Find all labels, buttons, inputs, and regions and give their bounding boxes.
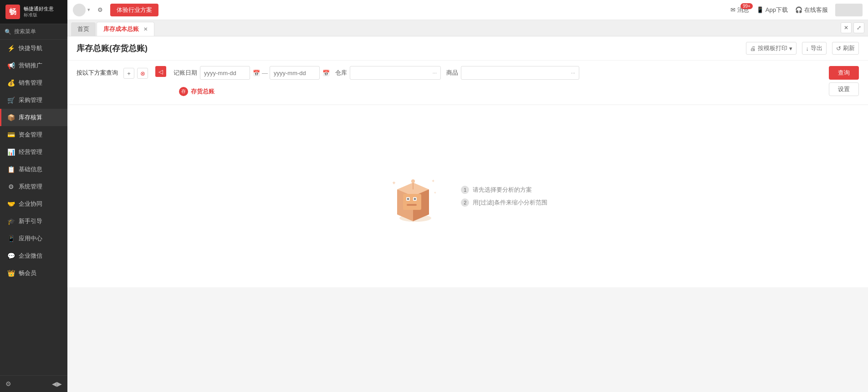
collapse-icon[interactable]: ◀▶ bbox=[52, 380, 62, 387]
svg-rect-5 bbox=[403, 194, 421, 210]
print-dropdown-icon: ▾ bbox=[789, 45, 792, 52]
topbar-settings-icon[interactable]: ⚙ bbox=[94, 4, 107, 16]
collapse-filter-button[interactable]: ◁ bbox=[155, 66, 166, 77]
sidebar-nav: ⚡ 快捷导航 📢 营销推广 💰 销售管理 🛒 采购管理 📦 库存核算 💳 资金管… bbox=[0, 40, 67, 375]
svg-text:✦: ✦ bbox=[431, 178, 435, 183]
sidebar-item-label: 快捷导航 bbox=[19, 44, 42, 52]
sidebar-item-sales[interactable]: 💰 销售管理 bbox=[0, 74, 67, 92]
scheme-icon: 存 bbox=[179, 87, 188, 96]
page-header: 库存总账(存货总账) 🖨 按模板打印 ▾ ↓ 导出 ↺ 刷新 bbox=[67, 36, 868, 61]
trial-button[interactable]: 体验行业方案 bbox=[110, 4, 158, 16]
sidebar-item-quick-nav[interactable]: ⚡ 快捷导航 bbox=[0, 40, 67, 57]
hint-text-1: 请先选择要分析的方案 bbox=[473, 186, 532, 194]
message-badge: 99+ bbox=[740, 3, 753, 9]
app-badge: 标准版 bbox=[24, 12, 54, 18]
empty-content: ✦ ✦ ✦ 1 请先选择要分析的方案 2 用[过滤]条件来缩小分析范围 bbox=[388, 169, 547, 224]
search-button[interactable]: 查询 bbox=[829, 66, 859, 80]
empty-svg: ✦ ✦ ✦ bbox=[388, 169, 443, 224]
sidebar-item-app-center[interactable]: 📱 应用中心 bbox=[0, 230, 67, 247]
svg-point-12 bbox=[411, 179, 415, 183]
sidebar-item-wechat[interactable]: 💬 企业微信 bbox=[0, 247, 67, 265]
sidebar: 畅 畅捷通好生意 标准版 🔍 搜索菜单 ⚡ 快捷导航 📢 营销推广 💰 销售管理… bbox=[0, 0, 67, 392]
app-download-item[interactable]: 📱 App下载 bbox=[756, 6, 788, 14]
goods-label: 商品 bbox=[446, 69, 458, 77]
filter-settings-button[interactable]: 设置 bbox=[829, 82, 859, 96]
empty-hint-1: 1 请先选择要分析的方案 bbox=[461, 186, 547, 194]
sidebar-item-label: 企业协同 bbox=[19, 200, 42, 208]
sidebar-item-label: 基础信息 bbox=[19, 165, 42, 173]
topbar-user-area[interactable]: ▾ bbox=[73, 4, 90, 16]
app-center-icon: 📱 bbox=[7, 235, 15, 242]
sidebar-item-operations[interactable]: 📊 经营管理 bbox=[0, 143, 67, 161]
tabbar-right: ✕ ⤢ bbox=[841, 22, 864, 33]
sidebar-item-marketing[interactable]: 📢 营销推广 bbox=[0, 57, 67, 74]
tab-close-btn[interactable]: ✕ bbox=[841, 22, 852, 33]
sidebar-item-purchase[interactable]: 🛒 采购管理 bbox=[0, 92, 67, 109]
sidebar-footer: ⚙ ◀▶ bbox=[0, 375, 67, 392]
print-icon: 🖨 bbox=[750, 45, 756, 52]
app-name: 畅捷通好生意 bbox=[24, 5, 54, 12]
date-start-input[interactable] bbox=[200, 66, 250, 80]
empty-area: ✦ ✦ ✦ 1 请先选择要分析的方案 2 用[过滤]条件来缩小分析范围 bbox=[67, 105, 868, 287]
calendar-start-icon[interactable]: 📅 bbox=[253, 70, 260, 76]
filter-label: 按以下方案查询 bbox=[77, 66, 118, 77]
sidebar-item-label: 新手引导 bbox=[19, 217, 42, 225]
sidebar-item-label: 资金管理 bbox=[19, 131, 42, 139]
basic-info-icon: 📋 bbox=[7, 166, 15, 173]
date-end-input[interactable] bbox=[270, 66, 320, 80]
sidebar-item-label: 经营管理 bbox=[19, 148, 42, 156]
sidebar-item-finance[interactable]: 💳 资金管理 bbox=[0, 126, 67, 143]
enterprise-icon: 🤝 bbox=[7, 200, 15, 208]
search-icon: 🔍 bbox=[5, 29, 11, 35]
export-button[interactable]: ↓ 导出 bbox=[802, 42, 827, 55]
topbar-left: ▾ ⚙ 体验行业方案 bbox=[73, 4, 730, 16]
empty-hint-2: 2 用[过滤]条件来缩小分析范围 bbox=[461, 199, 547, 207]
finance-icon: 💳 bbox=[7, 131, 15, 138]
tab-inventory-ledger[interactable]: 库存成本总账 ✕ bbox=[97, 22, 154, 36]
svg-point-9 bbox=[414, 198, 416, 200]
sidebar-search-label: 搜索菜单 bbox=[14, 28, 36, 36]
sidebar-item-inventory[interactable]: 📦 库存核算 bbox=[0, 109, 67, 126]
hint-text-2: 用[过滤]条件来缩小分析范围 bbox=[473, 199, 547, 207]
sidebar-item-member[interactable]: 👑 畅会员 bbox=[0, 265, 67, 282]
refresh-label: 刷新 bbox=[843, 44, 855, 52]
refresh-button[interactable]: ↺ 刷新 bbox=[832, 42, 859, 55]
tab-home[interactable]: 首页 bbox=[71, 22, 96, 36]
system-icon: ⚙ bbox=[7, 183, 15, 190]
logo-icon: 畅 bbox=[5, 5, 20, 19]
date-filter-field: 记账日期 📅 — 📅 bbox=[174, 66, 330, 80]
sidebar-item-enterprise[interactable]: 🤝 企业协同 bbox=[0, 195, 67, 213]
print-label: 按模板打印 bbox=[758, 44, 787, 52]
quick-nav-icon: ⚡ bbox=[7, 45, 15, 52]
print-button[interactable]: 🖨 按模板打印 ▾ bbox=[746, 42, 797, 55]
member-icon: 👑 bbox=[7, 270, 15, 277]
topbar-username[interactable] bbox=[835, 4, 863, 16]
sidebar-item-label: 畅会员 bbox=[19, 269, 36, 277]
warehouse-filter-field: 仓库 ··· bbox=[335, 66, 441, 80]
delete-filter-button[interactable]: ⊗ bbox=[137, 68, 148, 79]
sidebar-item-system[interactable]: ⚙ 系统管理 bbox=[0, 178, 67, 195]
scheme-item[interactable]: 存 存货总账 bbox=[174, 84, 823, 99]
calendar-end-icon[interactable]: 📅 bbox=[322, 70, 330, 76]
wechat-icon: 💬 bbox=[7, 252, 15, 260]
guide-icon: 🎓 bbox=[7, 218, 15, 225]
sidebar-item-basic-info[interactable]: 📋 基础信息 bbox=[0, 161, 67, 178]
sidebar-item-label: 企业微信 bbox=[19, 252, 42, 260]
online-service-item[interactable]: 🎧 在线客服 bbox=[795, 6, 828, 14]
goods-input[interactable]: ··· bbox=[461, 66, 579, 80]
marketing-icon: 📢 bbox=[7, 62, 15, 69]
tab-expand-btn[interactable]: ⤢ bbox=[853, 22, 864, 33]
tab-close-icon[interactable]: ✕ bbox=[143, 26, 148, 32]
purchase-icon: 🛒 bbox=[7, 97, 15, 104]
empty-hints: 1 请先选择要分析的方案 2 用[过滤]条件来缩小分析范围 bbox=[461, 186, 547, 207]
add-filter-button[interactable]: + bbox=[123, 68, 134, 79]
sidebar-item-guide[interactable]: 🎓 新手引导 bbox=[0, 213, 67, 230]
sidebar-search[interactable]: 🔍 搜索菜单 bbox=[0, 24, 67, 40]
filter-main: 记账日期 📅 — 📅 仓库 bbox=[174, 66, 823, 99]
more-icon: ··· bbox=[433, 70, 437, 76]
message-item[interactable]: ✉ 消息 99+ bbox=[730, 6, 749, 14]
warehouse-input[interactable]: ··· bbox=[350, 66, 441, 80]
empty-illustration: ✦ ✦ ✦ bbox=[388, 169, 443, 224]
export-label: 导出 bbox=[811, 44, 822, 52]
settings-icon[interactable]: ⚙ bbox=[5, 380, 11, 387]
